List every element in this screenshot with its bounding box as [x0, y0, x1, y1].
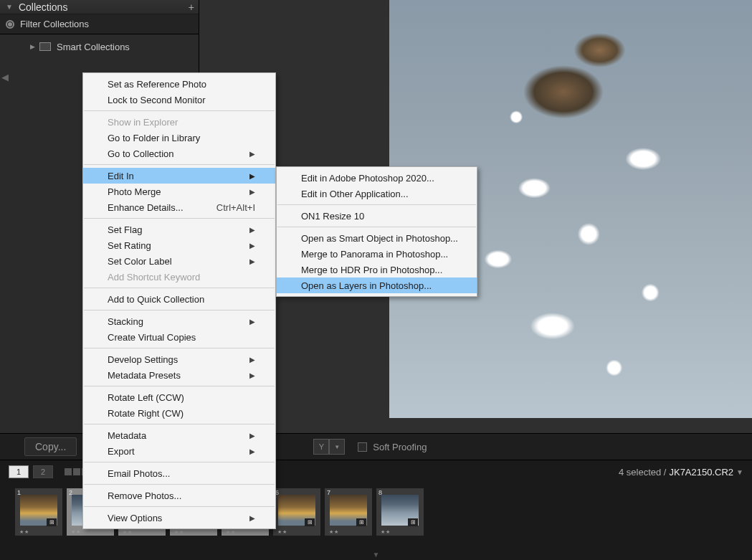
- menu-item[interactable]: Stacking▶: [83, 313, 275, 329]
- menu-item-label: Merge to HDR Pro in Photoshop...: [301, 265, 442, 275]
- menu-item[interactable]: Open as Smart Object in Photoshop...: [277, 230, 477, 246]
- menu-item[interactable]: Remove Photos...: [83, 488, 275, 503]
- menu-item-label: Metadata Presets: [108, 370, 181, 381]
- thumb-rating: ★★: [19, 529, 29, 535]
- left-panel-expand-handle[interactable]: ◀: [0, 68, 10, 85]
- menu-shortcut: Ctrl+Alt+I: [216, 202, 255, 213]
- menu-item[interactable]: Edit in Adobe Photoshop 2020...: [277, 170, 477, 186]
- submenu-arrow-icon: ▶: [249, 188, 255, 196]
- menu-separator: [84, 288, 275, 288]
- menu-item[interactable]: Set Flag▶: [83, 222, 275, 237]
- thumb-badge-icon: ⊞: [47, 518, 57, 526]
- menu-item[interactable]: Email Photos...: [83, 465, 275, 481]
- submenu-arrow-icon: ▶: [249, 150, 255, 158]
- menu-item: Add Shortcut Keyword: [83, 269, 275, 285]
- thumb-badge-icon: ⊞: [305, 518, 315, 526]
- menu-item-label: Go to Collection: [108, 148, 174, 159]
- before-after-toggle[interactable]: Y: [313, 439, 329, 455]
- menu-item[interactable]: ON1 Resize 10: [277, 208, 477, 224]
- menu-item[interactable]: Rotate Right (CW): [83, 405, 275, 421]
- menu-item[interactable]: Edit in Other Application...: [277, 186, 477, 201]
- menu-item[interactable]: Export▶: [83, 443, 275, 459]
- collapse-icon: ▼: [6, 3, 13, 11]
- thumb-rating: ★★: [329, 529, 339, 535]
- submenu-arrow-icon: ▶: [249, 172, 255, 180]
- filter-collections-row[interactable]: Filter Collections: [0, 14, 199, 34]
- filmstrip-thumbnail[interactable]: 6 ⊞ ★★: [272, 488, 321, 536]
- menu-item[interactable]: Create Virtual Copies: [83, 329, 275, 345]
- menu-item[interactable]: Open as Layers in Photoshop...: [277, 277, 477, 293]
- menu-separator: [84, 310, 275, 310]
- copy-button[interactable]: Copy...: [24, 437, 77, 456]
- menu-item[interactable]: Set as Reference Photo: [83, 76, 275, 92]
- secondary-display-1[interactable]: 1: [9, 465, 29, 478]
- menu-separator: [84, 506, 275, 507]
- submenu-arrow-icon: ▶: [249, 432, 255, 440]
- thumb-badge-icon: ⊞: [356, 518, 366, 526]
- menu-item-label: Open as Smart Object in Photoshop...: [301, 233, 458, 244]
- menu-item[interactable]: Add to Quick Collection: [83, 291, 275, 307]
- menu-item-label: Merge to Panorama in Photoshop...: [301, 249, 448, 260]
- menu-separator: [84, 218, 275, 219]
- menu-item[interactable]: Metadata Presets▶: [83, 367, 275, 383]
- collections-header[interactable]: ▼ Collections +: [0, 0, 199, 14]
- filmstrip-breadcrumb[interactable]: 4 selected / JK7A2150.CR2 ▼: [619, 467, 743, 478]
- menu-item[interactable]: Photo Merge▶: [83, 184, 275, 199]
- menu-item[interactable]: Metadata▶: [83, 427, 275, 443]
- menu-item-label: Create Virtual Copies: [108, 332, 196, 343]
- menu-item[interactable]: Go to Folder in Library: [83, 130, 275, 146]
- menu-item-label: Set as Reference Photo: [108, 79, 206, 90]
- menu-item[interactable]: Enhance Details...Ctrl+Alt+I: [83, 199, 275, 215]
- menu-separator: [277, 227, 476, 227]
- submenu-arrow-icon: ▶: [249, 318, 255, 326]
- secondary-display-2[interactable]: 2: [33, 465, 53, 478]
- submenu-arrow-icon: ▶: [249, 356, 255, 364]
- menu-item[interactable]: View Options▶: [83, 510, 275, 526]
- soft-proofing-label: Soft Proofing: [373, 442, 427, 452]
- menu-item-label: Metadata: [108, 430, 146, 441]
- menu-separator: [84, 386, 275, 386]
- menu-item[interactable]: Lock to Second Monitor: [83, 92, 275, 108]
- collections-tree: ▶ Smart Collections: [0, 34, 199, 59]
- filmstrip-thumbnail[interactable]: 7 ⊞ ★★: [324, 488, 373, 536]
- add-collection-icon[interactable]: +: [189, 1, 194, 13]
- submenu-arrow-icon: ▶: [249, 242, 255, 250]
- menu-item-label: Set Rating: [108, 240, 151, 251]
- menu-separator: [277, 204, 476, 205]
- menu-item-label: Edit in Other Application...: [301, 189, 409, 199]
- menu-item[interactable]: Edit In▶: [83, 168, 275, 184]
- menu-item[interactable]: Rotate Left (CCW): [83, 389, 275, 405]
- menu-item[interactable]: Set Rating▶: [83, 237, 275, 253]
- menu-item-label: Edit in Adobe Photoshop 2020...: [301, 173, 434, 184]
- menu-item[interactable]: Set Color Label▶: [83, 253, 275, 269]
- menu-item-label: Add Shortcut Keyword: [108, 272, 200, 283]
- photo-context-menu: Set as Reference PhotoLock to Second Mon…: [82, 72, 276, 529]
- thumb-rating: ★★: [174, 529, 184, 535]
- menu-item: Show in Explorer: [83, 114, 275, 130]
- menu-item[interactable]: Go to Collection▶: [83, 146, 275, 161]
- menu-item-label: Photo Merge: [108, 186, 161, 197]
- menu-item[interactable]: Develop Settings▶: [83, 351, 275, 367]
- soft-proofing-toggle[interactable]: Soft Proofing: [358, 442, 427, 452]
- menu-item[interactable]: Merge to Panorama in Photoshop...: [277, 246, 477, 262]
- menu-separator: [84, 348, 275, 348]
- search-icon: [6, 20, 14, 29]
- before-after-mode-dropdown[interactable]: ▼: [329, 439, 345, 455]
- menu-item-label: Set Flag: [108, 224, 142, 235]
- menu-item-label: Edit In: [108, 171, 134, 181]
- thumb-badge-icon: ⊞: [408, 518, 418, 526]
- menu-item-label: Open as Layers in Photoshop...: [301, 280, 432, 291]
- before-after-toggle-group: Y ▼: [313, 439, 345, 455]
- menu-item-label: Enhance Details...: [108, 202, 184, 213]
- menu-separator: [84, 110, 275, 111]
- menu-item-label: Rotate Right (CW): [108, 408, 184, 419]
- filmstrip-thumbnail[interactable]: 8 ⊞ ★★: [376, 488, 424, 536]
- filmstrip-thumbnail[interactable]: 1 ⊞ ★★: [14, 488, 63, 536]
- smart-collections-row[interactable]: ▶ Smart Collections: [0, 39, 199, 54]
- thumb-rating: ★★: [123, 529, 133, 535]
- submenu-arrow-icon: ▶: [249, 514, 255, 522]
- filmstrip-collapse-handle[interactable]: ▼: [373, 551, 380, 559]
- menu-separator: [84, 424, 275, 424]
- menu-item[interactable]: Merge to HDR Pro in Photoshop...: [277, 262, 477, 277]
- menu-separator: [84, 484, 275, 485]
